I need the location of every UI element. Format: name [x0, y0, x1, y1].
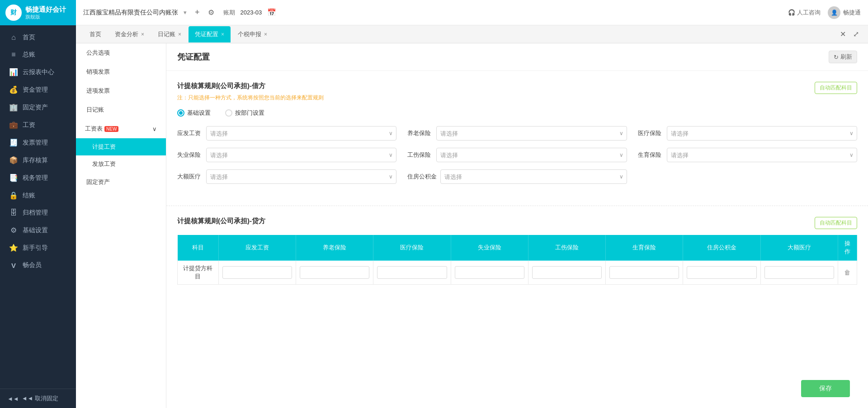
- debit-section-note: 注：只能选择一种方式，系统将按照您当前的选择来配置规则: [177, 94, 815, 102]
- input-yfgz[interactable]: [222, 266, 292, 279]
- input-zfgjj[interactable]: [687, 266, 756, 279]
- calendar-icon[interactable]: 📅: [267, 8, 276, 17]
- consult-button[interactable]: 🎧 人工咨询: [788, 9, 821, 17]
- sub-nav-sales-invoice[interactable]: 销项发票: [76, 62, 166, 81]
- page-title: 凭证配置: [177, 52, 210, 62]
- sidebar-item-inventory[interactable]: 📦 库存核算: [0, 151, 76, 169]
- refresh-button[interactable]: ↻ 刷新: [829, 51, 857, 63]
- sub-nav-calc-payroll[interactable]: 计提工资: [76, 138, 166, 155]
- tab-fund[interactable]: 资金分析 ×: [108, 26, 151, 42]
- close-tab-button[interactable]: ✕: [838, 28, 848, 40]
- credit-auto-match-button[interactable]: 自动匹配科目: [815, 217, 857, 229]
- select-yfgz[interactable]: 请选择: [206, 126, 396, 141]
- radio-by-dept[interactable]: 按部门设置: [225, 109, 264, 117]
- sidebar-item-invoice[interactable]: 🧾 发票管理: [0, 134, 76, 151]
- user-menu[interactable]: 👤 畅捷通: [828, 6, 861, 19]
- tab-voucher-close[interactable]: ×: [221, 31, 224, 38]
- select-sybx[interactable]: 请选择: [206, 148, 396, 162]
- select-ylbx2[interactable]: 请选择: [667, 126, 857, 141]
- sidebar-item-reports[interactable]: 📊 云报表中心: [0, 63, 76, 81]
- field-label-gsbx: 工伤保险: [407, 151, 433, 159]
- select-dey[interactable]: 请选择: [206, 169, 396, 184]
- save-button[interactable]: 保存: [801, 380, 850, 397]
- vip-icon: V: [9, 262, 18, 269]
- sidebar: 财 畅捷通好会计 旗舰版 ⌂ 首页 ≡ 总账 📊 云报表中心 💰 资金管理 🏢 …: [0, 0, 76, 408]
- debit-auto-match-button[interactable]: 自动匹配科目: [815, 82, 857, 94]
- credit-section-title: 计提核算规则(公司承担)-贷方: [177, 217, 265, 225]
- page-header: 凭证配置 ↻ 刷新: [166, 43, 868, 71]
- input-ylbx[interactable]: [300, 266, 369, 279]
- td-gsbx[interactable]: [528, 261, 605, 285]
- tab-fund-close[interactable]: ×: [141, 31, 144, 38]
- sidebar-collapse-btn[interactable]: ◄◄ ◄◄ 取消固定: [0, 389, 76, 408]
- tab-tax-close[interactable]: ×: [264, 31, 267, 38]
- sub-nav-payroll-group[interactable]: 工资表NEW ∨: [76, 119, 166, 138]
- archive-icon: 🗄: [9, 209, 18, 217]
- sub-nav-purchase-invoice[interactable]: 进项发票: [76, 81, 166, 100]
- input-sybx2[interactable]: [609, 266, 679, 279]
- select-gsbx[interactable]: 请选择: [436, 148, 627, 162]
- input-dey[interactable]: [764, 266, 834, 279]
- sub-nav-journal[interactable]: 日记账: [76, 100, 166, 119]
- select-ylbx[interactable]: 请选择: [436, 126, 627, 141]
- period-value[interactable]: 2023-03: [241, 9, 262, 16]
- company-dropdown-icon[interactable]: ▾: [184, 9, 187, 16]
- input-ylbx2[interactable]: [377, 266, 447, 279]
- tab-journal[interactable]: 日记账 ×: [151, 26, 188, 42]
- sidebar-item-assets[interactable]: 🏢 固定资产: [0, 98, 76, 116]
- sidebar-item-salary[interactable]: 💼 工资: [0, 116, 76, 134]
- td-ylbx2[interactable]: [373, 261, 451, 285]
- radio-basic-circle: [177, 109, 184, 117]
- sidebar-item-ledger[interactable]: ≡ 总账: [0, 46, 76, 63]
- debit-fields-grid: 应发工资 请选择 养老保险 请选择: [177, 126, 857, 184]
- tab-voucher[interactable]: 凭证配置 ×: [189, 26, 231, 42]
- sidebar-item-label: 结账: [23, 192, 35, 200]
- sidebar-item-archive[interactable]: 🗄 归档管理: [0, 204, 76, 221]
- th-ylbx2: 医疗保险: [373, 235, 451, 261]
- sub-nav-public[interactable]: 公共选项: [76, 43, 166, 62]
- sidebar-item-guide[interactable]: ⭐ 新手引导: [0, 239, 76, 257]
- credit-section: 计提核算规则(公司承担)-贷方 自动匹配科目 科目 应发工资 养老保险 医疗保险…: [166, 217, 868, 295]
- sidebar-item-vip[interactable]: V 畅会员: [0, 257, 76, 274]
- field-label-ylbx2: 医疗保险: [638, 129, 663, 137]
- sidebar-item-tax[interactable]: 📑 税务管理: [0, 169, 76, 187]
- select-wrapper-sybx2: 请选择: [667, 148, 857, 162]
- delete-row-button[interactable]: 🗑: [844, 269, 850, 276]
- sidebar-item-closing[interactable]: 🔒 结账: [0, 187, 76, 204]
- settings-icon[interactable]: ⚙: [208, 8, 214, 17]
- td-zfgjj[interactable]: [683, 261, 760, 285]
- td-sybx2[interactable]: [606, 261, 683, 285]
- radio-by-dept-label: 按部门设置: [235, 109, 264, 117]
- sidebar-item-funds[interactable]: 💰 资金管理: [0, 81, 76, 98]
- sidebar-item-label: 基础设置: [23, 226, 48, 234]
- th-yfgz: 应发工资: [218, 235, 296, 261]
- sub-nav-fixed-assets[interactable]: 固定资产: [76, 173, 166, 192]
- tab-home[interactable]: 首页: [83, 26, 108, 42]
- add-company-button[interactable]: +: [192, 7, 203, 18]
- sidebar-item-label: 资金管理: [23, 86, 48, 94]
- sidebar-item-label: 归档管理: [23, 209, 48, 217]
- td-sybx[interactable]: [451, 261, 528, 285]
- sidebar-item-label: 畅会员: [23, 261, 42, 269]
- td-op[interactable]: 🗑: [838, 261, 857, 285]
- td-ylbx[interactable]: [296, 261, 373, 285]
- input-sybx[interactable]: [455, 266, 524, 279]
- funds-icon: 💰: [9, 85, 18, 94]
- td-dey[interactable]: [760, 261, 838, 285]
- tab-tax[interactable]: 个税申报 ×: [231, 26, 274, 42]
- payroll-group-label: 工资表NEW: [85, 125, 118, 133]
- radio-basic[interactable]: 基础设置: [177, 109, 211, 117]
- expand-tab-button[interactable]: ⤢: [851, 28, 861, 40]
- select-zfgjj[interactable]: 请选择: [440, 169, 627, 184]
- tab-journal-close[interactable]: ×: [178, 31, 181, 38]
- select-wrapper-ylbx: 请选择: [436, 126, 627, 141]
- td-subject-label: 计提贷方科目: [178, 261, 219, 285]
- logo-text: 畅捷通好会计: [25, 5, 66, 14]
- select-sybx2[interactable]: 请选择: [667, 148, 857, 162]
- input-gsbx[interactable]: [532, 266, 602, 279]
- td-yfgz[interactable]: [218, 261, 296, 285]
- sidebar-item-home[interactable]: ⌂ 首页: [0, 29, 76, 46]
- sidebar-item-settings[interactable]: ⚙ 基础设置: [0, 221, 76, 239]
- sub-nav-pay-payroll[interactable]: 发放工资: [76, 155, 166, 173]
- th-dey: 大额医疗: [760, 235, 838, 261]
